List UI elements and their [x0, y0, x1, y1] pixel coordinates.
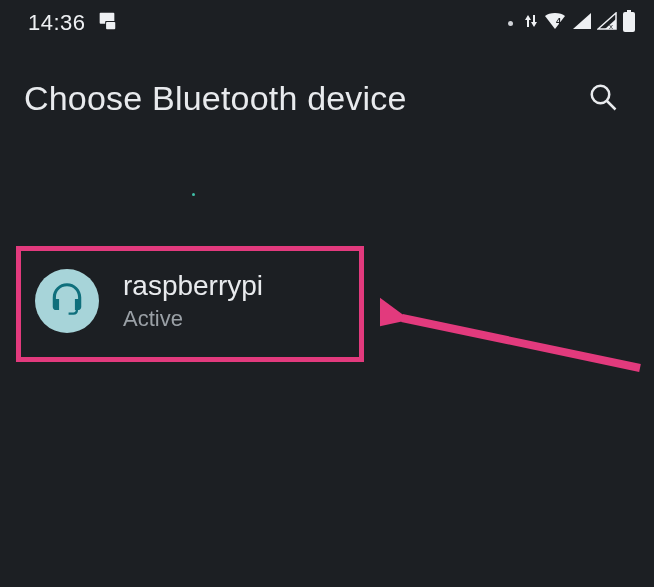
headset-icon [48, 280, 86, 322]
device-avatar [35, 269, 99, 333]
data-updown-icon [524, 12, 538, 34]
svg-line-8 [607, 101, 616, 110]
device-status: Active [123, 306, 263, 332]
status-left: 14:36 [28, 10, 118, 36]
wifi-icon: 4 [543, 11, 567, 35]
device-text: raspberrypi Active [123, 270, 263, 332]
signal-nosim-icon: x [597, 12, 617, 34]
device-name: raspberrypi [123, 270, 263, 302]
svg-rect-6 [623, 12, 635, 32]
status-right: 4 x [508, 10, 636, 36]
search-icon [588, 100, 618, 115]
svg-point-7 [592, 86, 610, 104]
device-item-raspberrypi[interactable]: raspberrypi Active [16, 246, 364, 362]
screenshot-icon [96, 10, 118, 36]
svg-rect-2 [106, 22, 115, 29]
notification-dot-icon [508, 21, 513, 26]
device-list: raspberrypi Active [0, 196, 654, 362]
svg-text:x: x [609, 22, 613, 30]
status-bar: 14:36 4 x [0, 0, 654, 42]
svg-rect-5 [627, 10, 631, 12]
signal-icon [572, 12, 592, 34]
battery-icon [622, 10, 636, 36]
page-header: Choose Bluetooth device [0, 42, 654, 131]
page-title: Choose Bluetooth device [24, 79, 407, 118]
status-time: 14:36 [28, 10, 86, 36]
search-button[interactable] [582, 76, 624, 121]
svg-text:4: 4 [556, 16, 561, 26]
